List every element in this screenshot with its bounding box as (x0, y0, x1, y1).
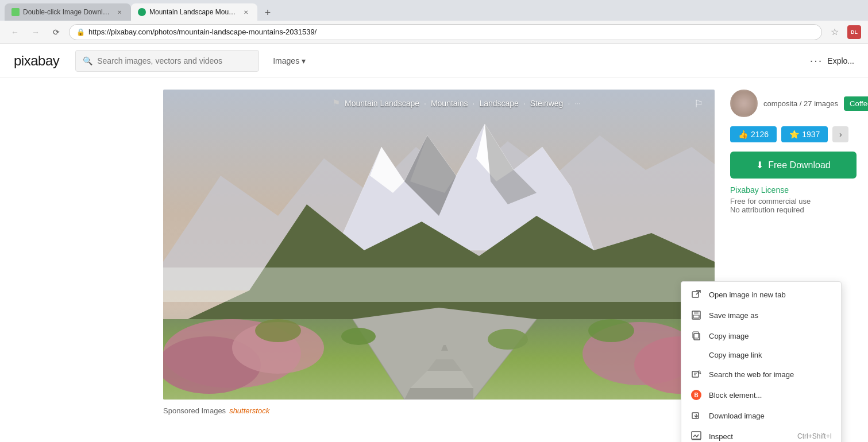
save-image-label: Save image as (709, 311, 832, 320)
context-copy-image-link[interactable]: Copy image link (681, 346, 841, 364)
tag-mountain-landscape[interactable]: Mountain Landscape (345, 99, 419, 108)
likes-count: 2126 (751, 130, 769, 139)
favs-count: 1937 (802, 130, 820, 139)
copy-image-link-label: Copy image link (709, 351, 832, 359)
svg-marker-18 (404, 388, 473, 400)
tag-icon: ⚑ (332, 98, 340, 108)
context-search-web[interactable]: Search the web for image (681, 364, 841, 385)
context-menu: Open image in new tab Save image as Copy… (681, 281, 842, 442)
explore-link[interactable]: Explo... (827, 56, 854, 65)
images-dropdown[interactable]: Images ▾ (268, 54, 310, 68)
svg-rect-29 (692, 292, 699, 297)
tab-title-1: Double-click Image Downloader (23, 8, 111, 16)
copy-image-label: Copy image (709, 332, 832, 340)
tag-more: ··· (574, 99, 580, 107)
context-inspect[interactable]: Inspect Ctrl+Shift+I (681, 426, 841, 442)
svg-point-25 (341, 328, 376, 345)
star-icon: ⭐ (789, 130, 799, 139)
tag-sep-4: · (568, 99, 570, 108)
tab-inactive[interactable]: Double-click Image Downloader ✕ (5, 3, 131, 21)
bookmark-button[interactable]: ☆ (827, 24, 843, 40)
tab-active[interactable]: Mountain Landscape Mountains… ✕ (131, 3, 257, 21)
image-section: ⚑ Mountain Landscape · Mountains · Lands… (0, 90, 719, 422)
save-icon (690, 309, 702, 321)
copy-icon (690, 330, 702, 342)
navbar: pixabay 🔍 Images ▾ ··· Explo... (0, 44, 868, 78)
images-label: Images (273, 56, 299, 65)
url-text: https://pixabay.com/photos/mountain-land… (88, 28, 815, 36)
author-name: composita / 27 images (763, 99, 838, 108)
inspect-icon (690, 431, 702, 442)
block-element-label: Block element... (709, 391, 832, 400)
tag-steinweg[interactable]: Steinweg (530, 99, 564, 108)
avatar (730, 90, 758, 117)
svg-point-39 (698, 371, 700, 373)
license-link[interactable]: Pixabay License (730, 185, 857, 195)
open-new-tab-label: Open image in new tab (709, 290, 832, 299)
inspect-shortcut: Ctrl+Shift+I (797, 432, 832, 440)
more-options-button[interactable]: ··· (810, 54, 823, 67)
avatar-image (730, 90, 758, 117)
more-stats-button[interactable]: › (832, 126, 848, 142)
shutterstock-link[interactable]: shutterstock (229, 406, 269, 415)
context-save-image[interactable]: Save image as (681, 305, 841, 325)
extension-icon[interactable]: DL (847, 25, 861, 39)
svg-line-40 (700, 373, 701, 374)
mountain-image (163, 90, 715, 400)
download-button[interactable]: ⬇ Free Download (730, 152, 857, 179)
stats-row: 👍 2126 ⭐ 1937 › (730, 126, 857, 142)
sponsored-row: Sponsored Images shutterstock (161, 400, 719, 422)
sponsored-text: Sponsored Images (163, 406, 226, 415)
brave-shield-icon: B (690, 389, 702, 401)
svg-rect-36 (692, 371, 699, 377)
chevron-down-icon: ▾ (302, 56, 306, 65)
svg-point-26 (488, 329, 528, 350)
search-input[interactable] (97, 56, 223, 65)
address-bar[interactable]: 🔒 https://pixabay.com/photos/mountain-la… (69, 24, 822, 40)
main-image-wrapper: ⚑ Mountain Landscape · Mountains · Lands… (163, 90, 715, 400)
context-block-element[interactable]: B Block element... (681, 385, 841, 405)
license-attr-label: No attribution required (730, 206, 857, 214)
tag-sep-3: · (523, 99, 526, 108)
forward-button[interactable]: → (28, 24, 44, 40)
search-box[interactable]: 🔍 (75, 50, 259, 72)
tag-landscape[interactable]: Landscape (479, 99, 519, 108)
browser-chrome: Double-click Image Downloader ✕ Mountain… (0, 0, 868, 21)
download-icon (690, 410, 702, 421)
coffee-button[interactable]: Coffee (844, 96, 868, 111)
svg-rect-10 (163, 267, 715, 302)
svg-rect-33 (693, 315, 699, 318)
reload-button[interactable]: ⟳ (48, 24, 64, 40)
tab-favicon-ext (11, 8, 20, 16)
logo[interactable]: pixabay (14, 53, 59, 69)
search-web-icon (690, 369, 702, 380)
tab-bar: Double-click Image Downloader ✕ Mountain… (5, 0, 863, 21)
svg-point-27 (255, 319, 301, 342)
lock-icon: 🔒 (76, 28, 85, 36)
author-info: composita / 27 images (763, 99, 838, 108)
download-image-label: Download image (709, 412, 832, 420)
license-section: Pixabay License Free for commercial use … (730, 185, 857, 214)
tab-close-1[interactable]: ✕ (115, 7, 124, 17)
context-copy-image[interactable]: Copy image (681, 325, 841, 346)
inspect-label: Inspect (709, 432, 790, 441)
tab-close-2[interactable]: ✕ (241, 7, 250, 17)
add-tab-button[interactable]: + (260, 5, 276, 21)
open-icon (690, 289, 702, 300)
download-label: Free Download (768, 160, 831, 170)
tag-mountains[interactable]: Mountains (431, 99, 468, 108)
license-free-label: Free for commercial use (730, 197, 857, 206)
back-button[interactable]: ← (7, 24, 23, 40)
like-button[interactable]: 👍 2126 (730, 126, 777, 142)
svg-rect-32 (694, 311, 699, 314)
thumbs-up-icon: 👍 (738, 130, 748, 139)
context-download-image[interactable]: Download image (681, 405, 841, 426)
context-open-new-tab[interactable]: Open image in new tab (681, 284, 841, 305)
image-tags: ⚑ Mountain Landscape · Mountains · Lands… (332, 98, 580, 108)
favorite-button[interactable]: ⭐ 1937 (781, 126, 828, 142)
navbar-right: ··· Explo... (810, 54, 854, 67)
svg-point-28 (588, 319, 634, 342)
tab-title-2: Mountain Landscape Mountains… (149, 8, 238, 16)
download-icon: ⬇ (756, 160, 763, 170)
flag-button[interactable]: ⚐ (694, 98, 703, 110)
